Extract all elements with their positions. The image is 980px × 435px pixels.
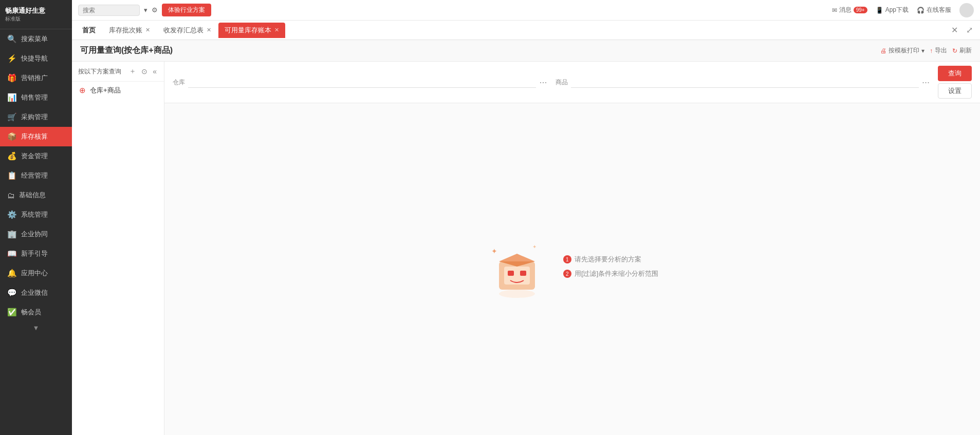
export-btn[interactable]: ↑ 导出 <box>930 46 947 55</box>
scheme-panel-title: 按以下方案查询 <box>78 67 125 76</box>
sidebar-logo: 畅康通好生意 标准版 <box>0 0 72 29</box>
message-icon: ✉ <box>832 7 837 14</box>
tab-batch-ledger[interactable]: 库存批次账 ✕ <box>103 23 156 38</box>
manage-scheme-btn[interactable]: ⊙ <box>140 67 149 75</box>
folder-icon: 🗂 <box>7 191 15 200</box>
lightning-icon: ⚡ <box>7 54 17 63</box>
chart-icon: 📊 <box>7 93 17 102</box>
template-print-btn[interactable]: 🖨 按模板打印 ▾ <box>880 46 924 55</box>
close-all-tabs-btn[interactable]: ✕ <box>948 24 961 36</box>
book-icon: 📖 <box>7 249 17 258</box>
phone-icon: 📱 <box>876 7 883 14</box>
sidebar-item-sales[interactable]: 📊 销售管理 <box>0 88 72 107</box>
sidebar-item-enterprise[interactable]: 🏢 企业协同 <box>0 224 72 244</box>
industry-btn[interactable]: 体验行业方案 <box>162 4 211 16</box>
building-icon: 🏢 <box>7 230 17 239</box>
page-title: 可用量查询(按仓库+商品) <box>80 45 173 56</box>
tab-home[interactable]: 首页 <box>76 23 102 38</box>
topbar-right: ✉ 消息 99+ 📱 App下载 🎧 在线客服 <box>832 3 974 17</box>
query-panel: 仓库 ··· 商品 ··· 查询 设置 <box>164 62 980 435</box>
print-icon: 🖨 <box>880 47 886 54</box>
add-scheme-btn[interactable]: ＋ <box>128 67 137 76</box>
empty-hint-2: 2 用[过滤]条件来缩小分析范围 <box>563 269 658 278</box>
empty-state: ✦ ✦ 1 请先选择要分析的方案 2 用[过滤]条件来缩小分析范围 <box>164 103 980 435</box>
tab-available-ledger[interactable]: 可用量库存账本 ✕ <box>218 23 285 38</box>
scheme-panel: 按以下方案查询 ＋ ⊙ « ⊕ 仓库+商品 <box>72 62 164 435</box>
sidebar-item-base[interactable]: 🗂 基础信息 <box>0 185 72 205</box>
chat-icon: 💬 <box>7 288 17 297</box>
search-input[interactable] <box>78 5 140 16</box>
sidebar-item-system[interactable]: ⚙️ 系统管理 <box>0 205 72 224</box>
product-input[interactable] <box>571 77 919 88</box>
bell-icon: 🔔 <box>7 269 17 278</box>
sidebar: 畅康通好生意 标准版 🔍 搜索菜单 ⚡ 快捷导航 🎁 营销推广 📊 销售管理 🛒… <box>0 0 72 435</box>
warehouse-filter-group: 仓库 ··· <box>173 77 547 88</box>
box-icon: 📦 <box>7 132 17 141</box>
close-tab-batch-ledger[interactable]: ✕ <box>145 27 150 33</box>
sidebar-item-marketing[interactable]: 🎁 营销推广 <box>0 68 72 88</box>
sidebar-item-finance[interactable]: 💰 资金管理 <box>0 146 72 166</box>
headset-icon: 🎧 <box>917 7 924 14</box>
app-download-btn[interactable]: 📱 App下载 <box>876 6 909 14</box>
online-service-btn[interactable]: 🎧 在线客服 <box>917 6 951 14</box>
collapse-scheme-btn[interactable]: « <box>152 67 158 75</box>
refresh-btn[interactable]: ↻ 刷新 <box>952 46 972 55</box>
empty-hint-1: 1 请先选择要分析的方案 <box>563 255 658 264</box>
page-actions: 🖨 按模板打印 ▾ ↑ 导出 ↻ 刷新 <box>880 46 972 55</box>
svg-point-0 <box>499 290 535 298</box>
topbar: ▾ ⚙ 体验行业方案 ✉ 消息 99+ 📱 App下载 🎧 在线客服 <box>72 0 980 21</box>
user-avatar[interactable] <box>959 3 974 17</box>
sidebar-item-app-center[interactable]: 🔔 应用中心 <box>0 263 72 283</box>
message-btn[interactable]: ✉ 消息 99+ <box>832 6 867 14</box>
warehouse-label: 仓库 <box>173 78 185 87</box>
scheme-item-warehouse-product[interactable]: ⊕ 仓库+商品 <box>72 82 164 99</box>
gift-icon: 🎁 <box>7 73 17 83</box>
close-tab-receive-summary[interactable]: ✕ <box>207 27 211 33</box>
page-header: 可用量查询(按仓库+商品) 🖨 按模板打印 ▾ ↑ 导出 ↻ 刷新 <box>72 40 980 62</box>
empty-hints: 1 请先选择要分析的方案 2 用[过滤]条件来缩小分析范围 <box>563 255 658 283</box>
svg-rect-4 <box>520 271 526 276</box>
filter-buttons: 查询 设置 <box>938 66 972 99</box>
dropdown-arrow-icon: ▾ <box>921 47 924 54</box>
tab-receive-summary[interactable]: 收发存汇总表 ✕ <box>157 23 217 38</box>
tabs-bar: 首页 库存批次账 ✕ 收发存汇总表 ✕ 可用量库存账本 ✕ ✕ ⤢ <box>72 21 980 40</box>
product-label: 商品 <box>556 78 568 87</box>
settings-icon-btn[interactable]: ⚙ <box>152 6 158 14</box>
refresh-icon: ↻ <box>952 47 957 54</box>
svg-text:✦: ✦ <box>532 244 537 250</box>
filter-row: 仓库 ··· 商品 ··· 查询 设置 <box>164 62 980 103</box>
scheme-header: 按以下方案查询 ＋ ⊙ « <box>72 62 164 82</box>
sidebar-item-operations[interactable]: 📋 经营管理 <box>0 166 72 185</box>
app-version: 标准版 <box>5 15 67 23</box>
money-icon: 💰 <box>7 152 17 161</box>
query-btn[interactable]: 查询 <box>938 66 972 81</box>
search-icon: 🔍 <box>7 34 17 44</box>
svg-rect-3 <box>508 271 514 276</box>
cart-icon: 🛒 <box>7 112 17 122</box>
svg-text:✦: ✦ <box>491 247 497 255</box>
filter-settings-btn[interactable]: 设置 <box>938 83 972 99</box>
check-icon: ✅ <box>7 308 17 317</box>
gear-icon: ⚙️ <box>7 210 17 219</box>
sidebar-item-inventory[interactable]: 📦 库存核算 <box>0 127 72 146</box>
sidebar-item-search[interactable]: 🔍 搜索菜单 <box>0 29 72 49</box>
sidebar-item-newbie[interactable]: 📖 新手引导 <box>0 244 72 263</box>
warehouse-more-icon[interactable]: ··· <box>539 77 547 88</box>
close-tab-available-ledger[interactable]: ✕ <box>274 27 279 33</box>
export-icon: ↑ <box>930 47 933 54</box>
message-badge: 99+ <box>854 7 867 13</box>
sidebar-item-shortcut[interactable]: ⚡ 快捷导航 <box>0 49 72 68</box>
sidebar-scroll-down[interactable]: ▼ <box>0 322 72 334</box>
sidebar-item-purchase[interactable]: 🛒 采购管理 <box>0 107 72 127</box>
clipboard-icon: 📋 <box>7 171 17 180</box>
tabs-right-actions: ✕ ⤢ <box>948 24 976 36</box>
main-area: ▾ ⚙ 体验行业方案 ✉ 消息 99+ 📱 App下载 🎧 在线客服 首页 <box>72 0 980 435</box>
dropdown-btn[interactable]: ▾ <box>144 6 147 14</box>
sidebar-item-wechat[interactable]: 💬 企业微信 <box>0 283 72 302</box>
product-more-icon[interactable]: ··· <box>922 77 930 88</box>
app-name: 畅康通好生意 <box>5 6 67 15</box>
sidebar-item-member[interactable]: ✅ 畅会员 <box>0 302 72 322</box>
content-area: 按以下方案查询 ＋ ⊙ « ⊕ 仓库+商品 仓库 ··· 商品 <box>72 62 980 435</box>
expand-tabs-btn[interactable]: ⤢ <box>963 24 976 36</box>
warehouse-input[interactable] <box>188 77 536 88</box>
